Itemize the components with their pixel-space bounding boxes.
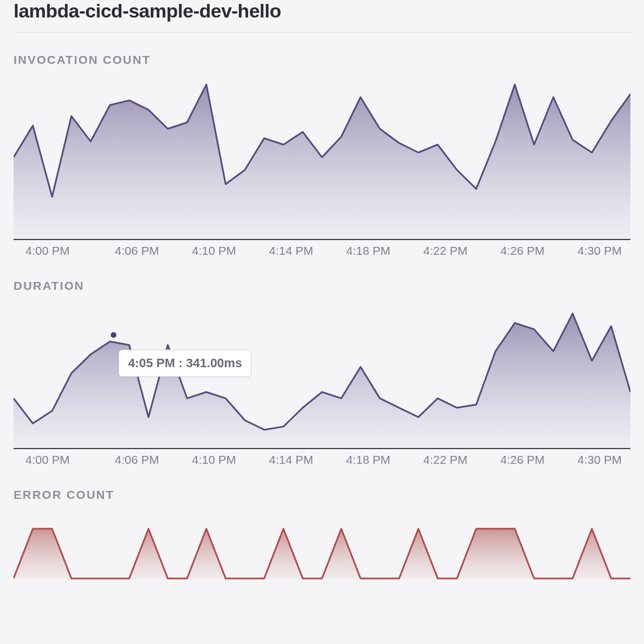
chart-title: INVOCATION COUNT [14, 53, 630, 67]
x-tick: 4:14 PM [269, 453, 313, 467]
x-tick: 4:10 PM [192, 244, 236, 258]
x-tick: 4:22 PM [423, 244, 467, 258]
x-tick: 4:06 PM [115, 244, 159, 258]
chart-block-1: DURATION4:05 PM : 341.00ms4:00 PM4:06 PM… [14, 279, 630, 468]
chart-canvas[interactable] [14, 77, 630, 241]
x-tick: 4:26 PM [501, 244, 545, 258]
chart-canvas[interactable]: 4:05 PM : 341.00ms [14, 303, 630, 450]
x-tick: 4:18 PM [346, 244, 390, 258]
x-tick: 4:30 PM [577, 244, 621, 258]
x-tick: 4:00 PM [25, 453, 69, 467]
charts-container: INVOCATION COUNT4:00 PM4:06 PM4:10 PM4:1… [14, 53, 630, 580]
chart-canvas[interactable] [14, 512, 630, 580]
x-tick: 4:10 PM [192, 453, 236, 467]
x-tick: 4:18 PM [346, 453, 390, 467]
chart-tooltip: 4:05 PM : 341.00ms [119, 350, 252, 377]
chart-title: ERROR COUNT [14, 488, 630, 502]
x-tick: 4:00 PM [25, 244, 69, 258]
hover-dot [111, 332, 116, 338]
x-tick: 4:14 PM [269, 244, 313, 258]
chart-block-2: ERROR COUNT [14, 488, 630, 580]
chart-title: DURATION [14, 279, 630, 293]
x-tick: 4:22 PM [423, 453, 467, 467]
x-tick: 4:06 PM [115, 453, 159, 467]
page-title: lambda-cicd-sample-dev-hello [14, 0, 630, 33]
x-tick: 4:26 PM [501, 453, 545, 467]
chart-block-0: INVOCATION COUNT4:00 PM4:06 PM4:10 PM4:1… [14, 53, 630, 259]
x-axis-ticks: 4:00 PM4:06 PM4:10 PM4:14 PM4:18 PM4:22 … [14, 453, 630, 468]
x-tick: 4:30 PM [577, 453, 621, 467]
x-axis-ticks: 4:00 PM4:06 PM4:10 PM4:14 PM4:18 PM4:22 … [14, 244, 630, 259]
